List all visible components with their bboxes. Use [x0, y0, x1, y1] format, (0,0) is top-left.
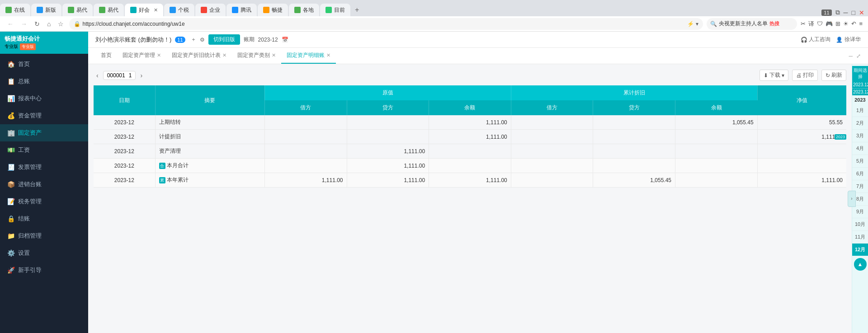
- content-main: ‹ 000001 1 › ⬇ 下载 ▾: [88, 64, 852, 333]
- browser-tab-geshui[interactable]: 个税: [164, 4, 194, 16]
- tab-close-icon[interactable]: ✕: [326, 52, 330, 58]
- browser-tab-haokuaiji[interactable]: 好会 ✕: [125, 4, 163, 16]
- cell-summary: 上期结转: [155, 115, 264, 130]
- reload-button[interactable]: ↻: [33, 19, 42, 28]
- browser-tab-tencent[interactable]: 腾讯: [226, 4, 257, 16]
- customer-service-button[interactable]: 🎧 人工咨询: [801, 36, 830, 43]
- browser-tab-muqian[interactable]: 目前: [320, 4, 350, 16]
- shield-icon[interactable]: 🛡: [817, 20, 823, 27]
- game-icon[interactable]: 🎮: [826, 20, 833, 27]
- bookmark-button[interactable]: ☆: [56, 19, 66, 28]
- month-9[interactable]: 9月: [852, 206, 868, 218]
- browser-tab-gedi[interactable]: 各地: [289, 4, 319, 16]
- back-button[interactable]: ←: [5, 19, 15, 28]
- browser-tab-new[interactable]: 新版: [31, 4, 61, 16]
- sidebar-item-home[interactable]: 🏠 首页: [0, 56, 88, 73]
- cell-orig-credit: 1,111.00: [347, 173, 429, 188]
- sidebar-item-settings[interactable]: ⚙️ 设置: [0, 244, 88, 262]
- month-11[interactable]: 11月: [852, 231, 868, 244]
- browser-tab-yidai2[interactable]: 易代: [94, 4, 124, 16]
- sidebar-item-archive[interactable]: 📁 归档管理: [0, 227, 88, 244]
- tab-depreciation-stats[interactable]: 固定资产折旧统计表 ✕: [166, 48, 232, 64]
- month-12[interactable]: 12月: [852, 244, 868, 256]
- next-page-button[interactable]: ›: [137, 71, 145, 80]
- search-box[interactable]: 🔍 央视更新主持人名单 热搜: [707, 18, 797, 30]
- col-header-summary: 摘要: [155, 85, 264, 115]
- tab-close-icon[interactable]: ✕: [157, 52, 161, 58]
- sidebar-item-report[interactable]: 📊 报表中心: [0, 90, 88, 107]
- browser-tab-online[interactable]: 在线: [0, 4, 30, 16]
- settings-gear-icon[interactable]: ⚙: [200, 37, 205, 43]
- sidebar-item-tax[interactable]: 📝 税务管理: [0, 193, 88, 210]
- collapse-panel-button[interactable]: ›: [848, 191, 856, 207]
- tab-label: 各地: [303, 6, 314, 14]
- sidebar-item-invoice[interactable]: 🧾 发票管理: [0, 159, 88, 176]
- tab-close-icon[interactable]: ✕: [272, 52, 276, 58]
- sidebar-item-ledger[interactable]: 📋 总账: [0, 73, 88, 90]
- summary-icon: 合: [159, 163, 165, 169]
- sidebar-item-payroll[interactable]: 💵 工资: [0, 141, 88, 159]
- cell-net-value: 1,111.00: [757, 173, 846, 188]
- browser-tab-changjie[interactable]: 畅捷: [258, 4, 288, 16]
- add-icon[interactable]: ＋: [191, 36, 196, 43]
- sidebar-item-closing[interactable]: 🔒 结账: [0, 210, 88, 227]
- browser-tab-qiye[interactable]: 企业: [195, 4, 226, 16]
- browser-tab-yidai1[interactable]: 易代: [62, 4, 93, 16]
- sidebar-item-fixed-asset[interactable]: 🏢 固定资产: [0, 124, 88, 141]
- sidebar-item-label: 结账: [18, 215, 30, 223]
- undo-icon[interactable]: ↶: [851, 20, 856, 27]
- maximize-icon[interactable]: □: [852, 9, 855, 16]
- month-4[interactable]: 4月: [852, 142, 868, 155]
- restore-window-icon[interactable]: ⧉: [835, 9, 840, 16]
- new-tab-button[interactable]: +: [351, 4, 363, 16]
- tab-asset-detail[interactable]: 固定资产明细账 ✕: [281, 48, 336, 64]
- content-area: ‹ 000001 1 › ⬇ 下载 ▾: [88, 64, 868, 333]
- month-1[interactable]: 1月: [852, 104, 868, 117]
- sidebar-item-guide[interactable]: 🚀 新手引导: [0, 262, 88, 279]
- cell-orig-debit: [264, 115, 347, 130]
- month-6[interactable]: 6月: [852, 168, 868, 180]
- download-button[interactable]: ⬇ 下载 ▾: [760, 70, 788, 81]
- tab-fixed-asset-mgmt[interactable]: 固定资产管理 ✕: [117, 48, 166, 64]
- forward-button[interactable]: →: [19, 19, 29, 28]
- grid-icon[interactable]: ⊞: [835, 20, 840, 27]
- tab-label: 固定资产明细账: [287, 52, 325, 59]
- cell-date: 2023-12: [94, 115, 155, 130]
- translate-icon[interactable]: 译: [808, 20, 814, 28]
- account-badge: 11: [175, 37, 185, 43]
- minimize-panel-icon[interactable]: ─: [849, 53, 853, 59]
- user-info[interactable]: 👤 徐译华: [836, 36, 861, 43]
- close-window-icon[interactable]: ✕: [859, 9, 864, 16]
- tax-icon: 📝: [7, 198, 14, 205]
- tab-home[interactable]: 首页: [95, 48, 117, 64]
- hot-tag: 热搜: [769, 20, 779, 27]
- expand-panel-icon[interactable]: ⤢: [856, 53, 861, 59]
- scroll-top-button[interactable]: ▲: [854, 258, 867, 271]
- sun-icon[interactable]: ☀: [843, 20, 849, 27]
- switch-version-button[interactable]: 切到旧版: [208, 34, 240, 45]
- home-button[interactable]: ⌂: [45, 19, 52, 28]
- menu-icon[interactable]: ≡: [859, 20, 863, 27]
- month-2[interactable]: 2月: [852, 117, 868, 130]
- prev-page-button[interactable]: ‹: [94, 71, 101, 80]
- tab-close-icon[interactable]: ✕: [222, 52, 226, 58]
- print-button[interactable]: 🖨 打印: [792, 70, 818, 81]
- url-dropdown-icon[interactable]: ▾: [696, 21, 698, 27]
- month-5[interactable]: 5月: [852, 155, 868, 168]
- cell-dep-balance: 1,055.45: [675, 115, 758, 130]
- tab-label: 好会: [139, 6, 150, 14]
- col-subheader-dep-balance: 余额: [675, 100, 758, 115]
- sidebar-item-inventory[interactable]: 📦 进销台账: [0, 176, 88, 193]
- month-10[interactable]: 10月: [852, 218, 868, 231]
- month-3[interactable]: 3月: [852, 130, 868, 142]
- minimize-icon[interactable]: ─: [844, 9, 848, 16]
- sidebar-item-fund[interactable]: 💰 资金管理: [0, 107, 88, 124]
- period-label: 账期: [244, 36, 255, 43]
- tab-close-icon[interactable]: ✕: [154, 7, 158, 13]
- calendar-icon[interactable]: 📅: [282, 37, 288, 43]
- address-bar[interactable]: 🔒 https://cloud.chanjet.com/accounting/u…: [69, 18, 703, 30]
- tab-asset-category[interactable]: 固定资产类别 ✕: [232, 48, 281, 64]
- account-name: 刘小艳演示账套 (勿删勿动！): [95, 36, 171, 44]
- scissors-icon[interactable]: ✂: [801, 20, 806, 27]
- refresh-button[interactable]: ↻ 刷新: [821, 70, 846, 81]
